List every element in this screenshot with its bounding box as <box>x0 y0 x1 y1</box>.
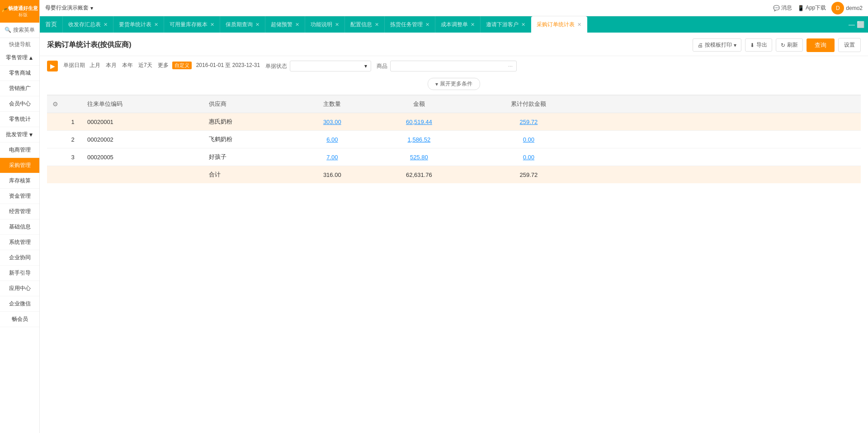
tab-overstock-alert[interactable]: 超储预警 ✕ <box>265 16 305 33</box>
row-paid-amount[interactable]: 0.00 <box>468 131 590 148</box>
row-amount[interactable]: 60,519.44 <box>370 113 468 131</box>
sidebar-item-inventory[interactable]: 库存核算 <box>0 173 39 189</box>
refresh-label: 刷新 <box>787 41 798 49</box>
col-supplier: 供应商 <box>203 95 294 113</box>
tab-home[interactable]: 首页 <box>40 16 63 33</box>
tab-label: 收发存汇总表 <box>68 21 101 29</box>
template-print-button[interactable]: 🖨 按模板打印 ▾ <box>693 38 741 52</box>
tab-maximize-icon[interactable]: ⬜ <box>857 21 864 28</box>
sidebar-item-ecommerce-mgmt[interactable]: 电商管理 <box>0 143 39 158</box>
sidebar-item-marketing[interactable]: 营销推广 <box>0 81 39 96</box>
shortcut-last-month[interactable]: 上月 <box>88 61 102 70</box>
row-paid-amount[interactable]: 259.72 <box>468 113 590 131</box>
tab-close-icon[interactable]: ✕ <box>210 22 214 28</box>
tab-close-icon[interactable]: ✕ <box>335 22 339 28</box>
shortcut-more[interactable]: 更多 <box>156 61 170 70</box>
status-select[interactable]: ▾ <box>290 61 371 71</box>
tab-expiry-query[interactable]: 保质期查询 ✕ <box>220 16 265 33</box>
tab-close-icon[interactable]: ✕ <box>577 22 581 28</box>
row-amount[interactable]: 525.80 <box>370 148 468 166</box>
shortcut-this-year[interactable]: 本年 <box>120 61 135 70</box>
sidebar-item-new-guide[interactable]: 新手引导 <box>0 266 39 281</box>
tab-func-desc[interactable]: 功能说明 ✕ <box>305 16 345 33</box>
refresh-button[interactable]: ↻ 刷新 <box>776 38 803 52</box>
top-bar: 母婴行业演示账套 ▾ 💬 消息 📱 App下载 D demo2 <box>40 0 868 16</box>
app-logo[interactable]: 🍊 畅捷通好生意 标版 <box>0 0 39 23</box>
tab-goods-stats[interactable]: 要货单统计表 ✕ <box>113 16 164 33</box>
tab-available-stock[interactable]: 可用量库存账本 ✕ <box>164 16 220 33</box>
gear-icon[interactable]: ⚙ <box>52 100 58 108</box>
page-title: 采购订单统计表(按供应商) <box>47 40 132 50</box>
expand-more-button[interactable]: ▾ 展开更多条件 <box>428 78 480 90</box>
tab-bar-end: — ⬜ <box>845 21 868 28</box>
sidebar-item-label: 营销推广 <box>9 85 31 91</box>
user-menu[interactable]: D demo2 <box>831 2 863 14</box>
tab-invite-customer[interactable]: 邀请下游客户 ✕ <box>481 16 531 33</box>
tab-minimize-icon[interactable]: — <box>849 21 855 28</box>
tab-pick-task[interactable]: 拣货任务管理 ✕ <box>385 16 435 33</box>
shortcut-last-7-days[interactable]: 近7天 <box>137 61 154 70</box>
tab-config-info[interactable]: 配置信息 ✕ <box>345 16 385 33</box>
message-btn[interactable]: 💬 消息 <box>773 4 792 12</box>
sidebar-item-member-center[interactable]: 会员中心 <box>0 96 39 112</box>
col-index <box>64 95 82 113</box>
sidebar-item-finance-mgmt[interactable]: 资金管理 <box>0 189 39 204</box>
sidebar-item-app-center[interactable]: 应用中心 <box>0 281 39 296</box>
tab-close-icon[interactable]: ✕ <box>104 22 108 28</box>
row-settings <box>47 131 64 148</box>
sidebar: 🍊 畅捷通好生意 标版 🔍 搜索英单 快捷导航 零售管理 ▲ 零售商城 营销推广… <box>0 0 40 433</box>
sidebar-item-label: 系统管理 <box>9 239 31 245</box>
tab-close-icon[interactable]: ✕ <box>295 22 299 28</box>
sidebar-item-retail-stats[interactable]: 零售统计 <box>0 112 39 127</box>
tab-close-icon[interactable]: ✕ <box>375 22 379 28</box>
page-actions: 🖨 按模板打印 ▾ ⬇ 导出 ↻ 刷新 查询 设置 <box>693 38 861 52</box>
sidebar-item-purchase-mgmt[interactable]: 采购管理 <box>0 158 39 173</box>
row-quantity[interactable]: 7.00 <box>294 148 370 166</box>
tab-close-icon[interactable]: ✕ <box>425 22 429 28</box>
app-download-btn[interactable]: 📱 App下载 <box>797 4 826 12</box>
goods-input[interactable]: ··· <box>390 61 517 71</box>
quick-nav-label[interactable]: 快捷导航 <box>0 38 39 50</box>
settings-button[interactable]: 设置 <box>838 38 861 52</box>
shortcut-this-month[interactable]: 本月 <box>104 61 118 70</box>
sidebar-item-label: 资金管理 <box>9 193 31 199</box>
sidebar-item-enterprise-collab[interactable]: 企业协同 <box>0 250 39 266</box>
refresh-icon: ↻ <box>781 42 785 48</box>
sidebar-item-ops-mgmt[interactable]: 经营管理 <box>0 204 39 219</box>
sidebar-item-basic-info[interactable]: 基础信息 <box>0 219 39 235</box>
filter-toggle-button[interactable]: ▶ <box>47 61 58 71</box>
content-area: 采购订单统计表(按供应商) 🖨 按模板打印 ▾ ⬇ 导出 ↻ 刷新 查询 <box>40 33 868 433</box>
sidebar-item-retail-store[interactable]: 零售商城 <box>0 66 39 81</box>
query-button[interactable]: 查询 <box>807 38 835 52</box>
tab-close-icon[interactable]: ✕ <box>255 22 259 28</box>
tab-purchase-stats[interactable]: 采购订单统计表 ✕ <box>531 16 587 33</box>
footer-label-text: 合计 <box>203 166 294 184</box>
sidebar-item-retail-mgmt[interactable]: 零售管理 ▲ <box>0 50 39 66</box>
export-button[interactable]: ⬇ 导出 <box>745 38 772 52</box>
tab-close-icon[interactable]: ✕ <box>471 22 475 28</box>
sidebar-item-wholesale-mgmt[interactable]: 批发管理 ▼ <box>0 127 39 143</box>
tab-cost-adjust[interactable]: 成本调整单 ✕ <box>435 16 481 33</box>
row-amount[interactable]: 1,586.52 <box>370 131 468 148</box>
row-extra <box>590 113 861 131</box>
sidebar-item-enterprise-wechat[interactable]: 企业微信 <box>0 296 39 312</box>
goods-filter-group: 商品 ··· <box>377 61 517 71</box>
row-quantity[interactable]: 6.00 <box>294 131 370 148</box>
tab-close-icon[interactable]: ✕ <box>154 22 158 28</box>
sidebar-item-vip-member[interactable]: 畅会员 <box>0 312 39 327</box>
row-quantity[interactable]: 303.00 <box>294 113 370 131</box>
sidebar-item-sys-mgmt[interactable]: 系统管理 <box>0 235 39 250</box>
workspace-selector[interactable]: 母婴行业演示账套 ▾ <box>45 4 769 12</box>
row-paid-amount[interactable]: 0.00 <box>468 148 590 166</box>
table-body: 1 00020001 惠氏奶粉 303.00 60,519.44 259.72 … <box>47 113 861 166</box>
tab-collect-pay[interactable]: 收发存汇总表 ✕ <box>63 16 113 33</box>
date-filter-label: 单据日期 <box>63 62 85 69</box>
tab-label: 可用量库存账本 <box>170 21 208 29</box>
sidebar-search[interactable]: 🔍 搜索英单 <box>0 23 39 38</box>
export-label: 导出 <box>756 41 767 49</box>
custom-badge[interactable]: 自定义 <box>172 62 192 69</box>
tab-close-icon[interactable]: ✕ <box>521 22 525 28</box>
sidebar-item-label: 批发管理 <box>6 131 28 138</box>
logo-sub: 标版 <box>8 12 38 18</box>
table-container: ⚙ 往来单位编码 供应商 主数量 金额 累计付款金额 1 <box>40 95 868 190</box>
